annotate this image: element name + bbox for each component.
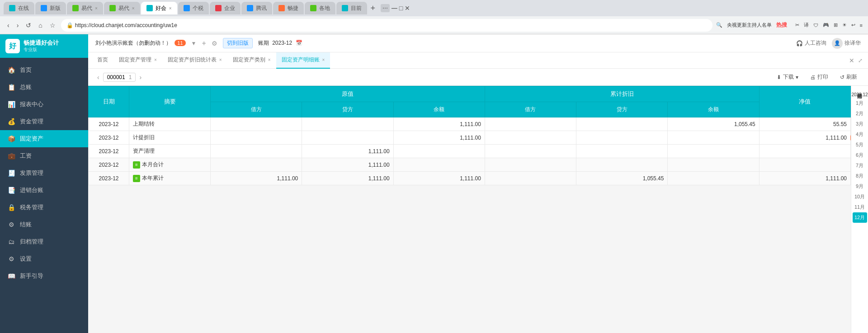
maximize-button[interactable]: □ [399,5,403,12]
sidebar-item-settings[interactable]: ⚙ 设置 [0,250,88,267]
browser-tab-yidai2[interactable]: 易代 × [104,2,140,14]
bookmark-button[interactable]: ☆ [48,20,57,31]
close-icon[interactable]: × [95,6,98,11]
browser-tab-geshui[interactable]: 个税 [178,2,209,14]
sidebar: 好 畅捷通好会计 专业版 🏠 首页 📋 总账 📊 报表中心 💰 资金管理 [0,34,88,333]
tab-home[interactable]: 首页 [92,52,113,69]
browser-tab-gedi[interactable]: 各地 [305,2,335,14]
net-value-cell: 55.55 [759,117,850,131]
sidebar-item-funds[interactable]: 💰 资金管理 [0,113,88,130]
row-indicator: ≡ [133,161,140,169]
accum-balance-cell [668,145,759,158]
period-month-item[interactable]: 1月 [853,98,867,108]
tab-asset-detail[interactable]: 固定资产明细账 × [276,52,330,69]
sidebar-item-ledger[interactable]: 📋 总账 [0,79,88,96]
close-icon[interactable]: × [322,57,325,62]
user-avatar[interactable]: 👤 徐译华 [832,38,861,49]
period-month-item[interactable]: 12月 [853,212,867,223]
record-input[interactable]: 000001 1 [103,73,136,82]
reports-icon: 📊 [7,100,15,108]
accum-debit-cell [485,131,576,145]
original-value-header: 原值 [211,86,485,102]
address-bar: ‹ › ↺ ⌂ ☆ 🔒 https://cloud.chanjet.com/ac… [0,16,868,34]
next-record-button[interactable]: › [137,73,143,82]
orig-credit-header: 贷方 [302,102,393,117]
orig-debit-cell [211,117,302,131]
sidebar-item-fixed-assets[interactable]: 📦 固定资产 [0,130,88,147]
sidebar-item-guide[interactable]: 📖 新手引导 [0,267,88,285]
accum-credit-cell: 1,055.45 [576,172,668,185]
settings-small-icon[interactable]: ⚙ [212,40,217,47]
sidebar-item-archive[interactable]: 🗂 归档管理 [0,233,88,250]
forward-button[interactable]: › [15,20,21,31]
sidebar-item-inventory[interactable]: 📑 进销台账 [0,182,88,199]
accum-credit-header: 贷方 [576,102,668,117]
sidebar-item-reports[interactable]: 📊 报表中心 [0,96,88,113]
tab-depreciation-stat[interactable]: 固定资产折旧统计表 × [162,52,227,69]
sidebar-item-payroll[interactable]: 💼 工资 [0,147,88,164]
close-icon[interactable]: × [154,57,157,62]
close-window-button[interactable]: ✕ [405,5,410,12]
close-icon[interactable]: × [132,6,135,11]
period-months: 1月2月3月4月5月6月7月8月9月10月11月12月 [853,98,867,223]
browser-tab-new[interactable]: 新版 [35,2,66,14]
sidebar-item-invoice[interactable]: 🧾 发票管理 [0,164,88,182]
period-month-item[interactable]: 8月 [853,171,867,181]
hot-search-label[interactable]: 热搜 [776,21,787,29]
menu-icon[interactable]: ≡ [860,23,863,28]
home-icon: 🏠 [7,66,15,74]
sidebar-item-home[interactable]: 🏠 首页 [0,61,88,79]
download-button[interactable]: ⬇ 下载 ▾ [773,71,802,83]
close-panel-button[interactable]: ✕ [847,55,856,66]
period-month-item[interactable]: 4月 [853,129,867,140]
period-month-item[interactable]: 3月 [853,119,867,129]
sidebar-nav: 🏠 首页 📋 总账 📊 报表中心 💰 资金管理 📦 固定资产 💼 工资 [0,58,88,333]
switch-version-button[interactable]: 切到旧版 [223,38,253,48]
net-value-header: 净值 [759,86,850,117]
accumulated-depreciation-header: 累计折旧 [485,86,759,102]
net-value-cell: 1,111.002023 [759,131,850,145]
url-input[interactable]: 🔒 https://cloud.chanjet.com/accounting/u… [61,19,712,32]
orig-balance-cell: 1,111.00 [393,131,485,145]
dropdown-icon[interactable]: ▼ [191,40,197,47]
browser-tab-yidai1[interactable]: 易代 × [67,2,103,14]
minimize-button[interactable]: ─ [392,4,397,13]
app-container: 好 畅捷通好会计 专业版 🏠 首页 📋 总账 📊 报表中心 💰 资金管理 [0,34,868,333]
period-month-item[interactable]: 10月 [853,192,867,202]
expand-button[interactable]: ⤢ [856,56,864,66]
calendar-icon[interactable]: 📅 [296,40,302,46]
browser-tab-changjie[interactable]: 畅捷 [273,2,304,14]
sidebar-item-tax[interactable]: 🔒 税务管理 [0,199,88,216]
tab-asset-category[interactable]: 固定资产类别 × [227,52,276,69]
period-month-item[interactable]: 9月 [853,181,867,192]
period-month-item[interactable]: 11月 [853,202,867,212]
tab-fixed-mgmt[interactable]: 固定资产管理 × [113,52,162,69]
browser-tab-haohui[interactable]: 好会 × [141,2,177,14]
accum-balance-cell [668,172,759,185]
prev-record-button[interactable]: ‹ [95,73,101,82]
new-tab-button[interactable]: + [368,4,378,13]
period-month-item[interactable]: 5月 [853,140,867,150]
browser-tab-online[interactable]: 在线 [4,2,34,14]
close-icon[interactable]: × [169,6,172,11]
close-icon[interactable]: × [219,57,222,62]
add-account-button[interactable]: + [202,39,206,47]
date-header: 日期 [89,86,129,117]
refresh-button[interactable]: ↺ 刷新 [836,71,861,83]
sidebar-item-closing[interactable]: ⚙ 结账 [0,216,88,233]
browser-tab-muqian[interactable]: 目前 [336,2,367,14]
period-month-item[interactable]: 2月 [853,108,867,119]
accum-debit-cell [485,158,576,172]
print-button[interactable]: 🖨 打印 [807,71,832,83]
close-icon[interactable]: × [268,57,271,62]
support-button[interactable]: 🎧 人工咨询 [796,39,826,47]
browser-tab-qiye[interactable]: 企业 [210,2,241,14]
home-button[interactable]: ⌂ [37,20,44,31]
reload-button[interactable]: ↺ [24,20,33,31]
period-month-item[interactable]: 7月 [853,160,867,171]
extension-icon[interactable]: ⋯ [381,4,390,12]
net-value-cell [759,158,850,172]
browser-tab-tengxun[interactable]: 腾讯 [241,2,272,14]
period-month-item[interactable]: 6月 [853,150,867,160]
back-button[interactable]: ‹ [5,20,11,31]
